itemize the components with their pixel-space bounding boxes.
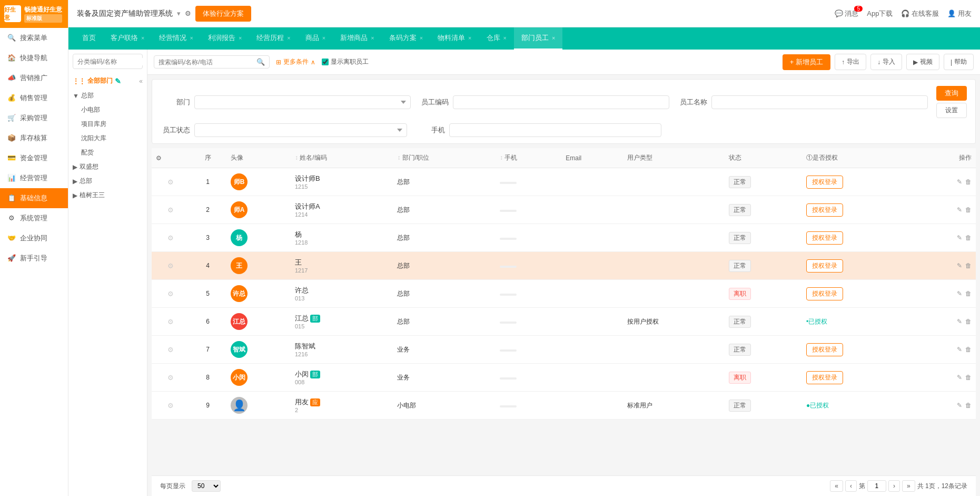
edit-icon[interactable]: ✎	[957, 346, 962, 353]
tree-child-peihe[interactable]: 配货	[68, 145, 147, 160]
row-settings-icon[interactable]: ⚙	[167, 206, 174, 214]
delete-icon[interactable]: 🗑	[965, 290, 972, 297]
online-service-link[interactable]: 🎧 在线客服	[901, 9, 939, 18]
authorize-btn[interactable]: 授权登录	[806, 287, 843, 300]
authorize-btn[interactable]: 授权登录	[806, 231, 843, 245]
row-settings-icon[interactable]: ⚙	[167, 290, 174, 298]
edit-icon[interactable]: ✎	[957, 402, 962, 409]
reset-button[interactable]: 设置	[936, 103, 967, 118]
show-resigned-checkbox[interactable]	[322, 59, 329, 65]
next-page-btn[interactable]: ›	[888, 480, 900, 492]
row-settings-icon[interactable]: ⚙	[167, 318, 174, 326]
tab-customer-close[interactable]: ×	[141, 35, 144, 41]
add-staff-button[interactable]: + 新增员工	[783, 54, 830, 70]
sidebar-item-finance[interactable]: 💳 资金管理	[0, 148, 68, 168]
tab-staff-close[interactable]: ×	[552, 35, 555, 41]
tree-item-zongbu[interactable]: ▼ 总部	[68, 89, 147, 103]
sidebar-item-search[interactable]: 🔍 搜索菜单	[0, 28, 68, 48]
authorize-btn[interactable]: 授权登录	[806, 371, 843, 384]
edit-icon[interactable]: ✎	[957, 262, 962, 269]
row-settings-icon[interactable]: ⚙	[167, 178, 174, 186]
sidebar-item-inventory[interactable]: 📦 库存核算	[0, 128, 68, 148]
tab-history-close[interactable]: ×	[287, 35, 290, 41]
tab-goods-close[interactable]: ×	[322, 35, 325, 41]
query-button[interactable]: 查询	[936, 86, 967, 101]
tab-goods[interactable]: 商品 ×	[298, 27, 333, 50]
row-settings-icon[interactable]: ⚙	[167, 374, 174, 382]
last-page-btn[interactable]: »	[902, 480, 915, 492]
delete-icon[interactable]: 🗑	[965, 234, 972, 241]
authorize-btn[interactable]: 授权登录	[806, 343, 843, 356]
tab-warehouse-close[interactable]: ×	[503, 35, 507, 41]
tree-collapse-btn[interactable]: «	[139, 77, 143, 85]
row-settings-icon[interactable]: ⚙	[167, 234, 174, 242]
sidebar-item-operations[interactable]: 📊 经营管理	[0, 168, 68, 188]
edit-icon[interactable]: ✎	[957, 318, 962, 325]
per-page-select[interactable]: 50 100	[192, 480, 221, 492]
search-input[interactable]	[159, 59, 256, 66]
emp-name-input[interactable]	[711, 95, 928, 109]
delete-icon[interactable]: 🗑	[965, 374, 972, 381]
sort-icon[interactable]: ↕	[295, 154, 298, 161]
sidebar-item-system[interactable]: ⚙ 系统管理	[0, 208, 68, 228]
tab-profit[interactable]: 利润报告 ×	[201, 27, 249, 50]
help-button[interactable]: | 帮助	[944, 54, 974, 70]
user-menu[interactable]: 👤 用友	[947, 9, 972, 18]
search-box[interactable]: 🔍	[154, 55, 270, 69]
tab-history[interactable]: 经营历程 ×	[249, 27, 298, 50]
authorize-btn[interactable]: 授权登录	[806, 176, 843, 189]
tab-bom[interactable]: 物料清单 ×	[430, 27, 479, 50]
show-resigned-toggle[interactable]: 显示离职员工	[322, 57, 369, 66]
sidebar-item-purchase[interactable]: 🛒 采购管理	[0, 108, 68, 128]
tree-child-xiaodian[interactable]: 小电部	[68, 103, 147, 117]
tree-search-input[interactable]	[77, 58, 147, 65]
tab-operation-close[interactable]: ×	[190, 35, 193, 41]
delete-icon[interactable]: 🗑	[965, 402, 972, 409]
phone-input[interactable]	[449, 123, 662, 137]
edit-icon[interactable]: ✎	[957, 178, 962, 186]
page-input[interactable]	[867, 480, 886, 492]
tab-warehouse[interactable]: 仓库 ×	[479, 27, 514, 50]
import-button[interactable]: ↓ 导入	[870, 54, 902, 70]
tree-child-shenyang[interactable]: 沈阳大库	[68, 131, 147, 145]
settings-gear-icon[interactable]: ⚙	[185, 9, 191, 17]
authorize-btn[interactable]: 授权登录	[806, 203, 843, 217]
tree-item-zhishu[interactable]: ▶ 植树王三	[68, 188, 147, 202]
trial-button[interactable]: 体验行业方案	[195, 6, 251, 22]
tree-all-dept-label[interactable]: ⋮⋮ 全部部门 ✎	[73, 76, 121, 85]
tab-barcode-close[interactable]: ×	[420, 35, 423, 41]
emp-code-input[interactable]	[453, 95, 669, 109]
delete-icon[interactable]: 🗑	[965, 262, 972, 269]
app-download-link[interactable]: App下载	[867, 9, 893, 18]
sort-icon-phone[interactable]: ↕	[500, 154, 503, 161]
tab-home[interactable]: 首页	[75, 27, 103, 50]
delete-icon[interactable]: 🗑	[965, 318, 972, 325]
sidebar-item-basic[interactable]: 📋 基础信息	[0, 188, 68, 208]
sidebar-item-guide[interactable]: 🚀 新手引导	[0, 248, 68, 268]
tab-bom-close[interactable]: ×	[468, 35, 471, 41]
delete-icon[interactable]: 🗑	[965, 178, 972, 186]
edit-icon[interactable]: ✎	[957, 374, 962, 381]
tab-operation[interactable]: 经营情况 ×	[152, 27, 200, 50]
delete-icon[interactable]: 🗑	[965, 346, 972, 353]
dept-select[interactable]	[194, 95, 411, 109]
sidebar-item-marketing[interactable]: 📣 营销推广	[0, 68, 68, 88]
edit-icon[interactable]: ✎	[115, 77, 121, 85]
tab-customer[interactable]: 客户联络 ×	[103, 27, 152, 50]
tab-barcode[interactable]: 条码方案 ×	[382, 27, 430, 50]
tab-add-goods-close[interactable]: ×	[371, 35, 374, 41]
view-button[interactable]: ▶ 视频	[906, 54, 939, 70]
delete-icon[interactable]: 🗑	[965, 206, 972, 213]
edit-icon[interactable]: ✎	[957, 234, 962, 241]
sidebar-item-collab[interactable]: 🤝 企业协同	[0, 228, 68, 248]
status-select[interactable]	[194, 123, 407, 137]
message-bell[interactable]: 💬 消息 5	[835, 9, 859, 18]
tab-profit-close[interactable]: ×	[239, 35, 242, 41]
col-settings[interactable]: ⚙	[152, 148, 189, 168]
row-settings-icon[interactable]: ⚙	[167, 402, 174, 410]
edit-icon[interactable]: ✎	[957, 290, 962, 297]
tree-item-shuangsheng[interactable]: ▶ 双盛想	[68, 160, 147, 174]
export-button[interactable]: ↑ 导出	[835, 54, 866, 70]
tree-child-project[interactable]: 项目库房	[68, 117, 147, 131]
edit-icon[interactable]: ✎	[957, 206, 962, 213]
